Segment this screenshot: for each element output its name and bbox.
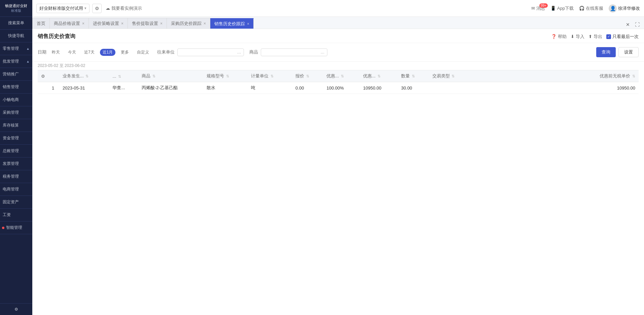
chevron-up-icon: ▲ — [26, 47, 30, 50]
th-discount1[interactable]: 优惠... ⇅ — [323, 70, 360, 82]
product-ellipsis[interactable]: … — [320, 50, 324, 55]
supplier-input[interactable] — [180, 50, 237, 55]
topbar-right: ✉ 消息 99+ 📱 App下载 🎧 在线客服 👤 徐泽华修改 — [531, 4, 640, 12]
row-discount1: 100.00% — [323, 82, 360, 94]
import-label: 导入 — [576, 34, 584, 40]
sort-icon: ⇅ — [226, 74, 229, 78]
chevron-down-icon: ▾ — [84, 6, 86, 10]
tab-label: 采购历史价跟踪 — [171, 21, 202, 27]
date-label: 日期 — [38, 49, 46, 55]
tab-expand-button[interactable]: ⛶ — [633, 21, 641, 29]
only-last-label: 只看最后一次 — [612, 34, 639, 40]
th-discount2[interactable]: 优惠... ⇅ — [360, 70, 398, 82]
th-pretax-price[interactable]: 优惠前无税单价 ⇅ — [574, 70, 639, 82]
sort-icon: ⇅ — [152, 74, 155, 78]
topbar: 好业财标准版交付试用 ▾ ⚙ ☁ 我要看实例演示 ✉ 消息 99+ 📱 App下… — [32, 0, 644, 17]
th-biz-date[interactable]: 业务发生... ⇅ — [59, 70, 109, 82]
th-price[interactable]: 报价 ⇅ — [292, 70, 323, 82]
tab-label: 商品价格设置 — [54, 21, 80, 27]
sidebar-search[interactable]: 搜索菜单 — [0, 17, 32, 30]
online-service-button[interactable]: 🎧 在线客服 — [579, 5, 603, 11]
sort-icon: ⇅ — [412, 74, 415, 78]
th-qty[interactable]: 数量 ⇅ — [398, 70, 429, 82]
tab-purchase-strategy[interactable]: 进价策略设置 × — [89, 18, 128, 29]
query-button[interactable]: 查询 — [596, 47, 616, 57]
product-input[interactable] — [264, 50, 320, 55]
close-icon[interactable]: × — [247, 22, 249, 26]
date-btn-1month[interactable]: 近1月 — [100, 49, 116, 56]
sidebar-logo: 畅捷通好业财 标准版 — [0, 0, 32, 17]
sidebar-item-tax[interactable]: 税务管理 — [0, 170, 32, 183]
tab-sale-history[interactable]: 销售历史价跟踪 × — [210, 18, 254, 29]
demo-button[interactable]: ☁ 我要看实例演示 — [106, 5, 142, 11]
page-header-actions: ❓ 帮助 ⬇ 导入 ⬆ 导出 ✓ 只看最后一次 — [551, 34, 639, 40]
row-price: 0.00 — [292, 82, 323, 94]
import-icon: ⬇ — [571, 34, 574, 39]
gear-icon: ⚙ — [95, 6, 99, 11]
date-btn-custom[interactable]: 自定义 — [134, 49, 152, 56]
th-trade-type[interactable]: 交易类型 ⇅ — [429, 70, 473, 82]
only-last-checkbox[interactable]: ✓ 只看最后一次 — [606, 34, 639, 40]
date-btn-today[interactable]: 今天 — [65, 49, 79, 56]
sidebar-item-purchase[interactable]: 采购管理 — [0, 106, 32, 119]
th-gear[interactable]: ⚙ — [38, 70, 48, 82]
row-spec: 散水 — [203, 82, 248, 94]
close-icon[interactable]: × — [204, 21, 206, 26]
supplier-ellipsis[interactable]: … — [237, 50, 241, 55]
close-icon[interactable]: × — [121, 21, 123, 26]
messages-button[interactable]: ✉ 消息 99+ — [531, 5, 545, 11]
page-content: 销售历史价查询 ❓ 帮助 ⬇ 导入 ⬆ 导出 ✓ 只看最后一次 — [32, 29, 644, 315]
sidebar-item-marketing[interactable]: 营销推广 — [0, 68, 32, 81]
sidebar-item-ledger[interactable]: 总账管理 — [0, 145, 32, 158]
th-unit[interactable]: 计量单位 ⇅ — [248, 70, 292, 82]
row-qty: 30.00 — [398, 82, 429, 94]
sidebar-item-ecommerce-small[interactable]: 小畅电商 — [0, 94, 32, 106]
product-selector[interactable]: 好业财标准版交付试用 ▾ — [36, 4, 90, 13]
date-btn-yesterday[interactable]: 昨天 — [49, 49, 63, 56]
app-download-button[interactable]: 📱 App下载 — [550, 5, 574, 11]
sidebar-item-retail[interactable]: 零售管理 ▲ — [0, 42, 32, 55]
tab-close-button[interactable]: ✕ — [624, 21, 632, 29]
sidebar-item-assets[interactable]: 固定资产 — [0, 196, 32, 209]
user-menu-button[interactable]: 👤 徐泽华修改 — [609, 4, 640, 12]
sidebar-item-ecommerce[interactable]: 电商管理 — [0, 183, 32, 196]
settings-button[interactable]: ⚙ — [92, 4, 102, 13]
tab-price[interactable]: 商品价格设置 × — [50, 18, 89, 29]
table-row: 1 2023-05-31 华查... 丙烯酸-2-乙基己酯 散水 吨 0.00 … — [38, 82, 639, 94]
th-more[interactable]: ... ⇅ — [109, 70, 138, 82]
sidebar-item-sales[interactable]: 销售管理 — [0, 81, 32, 94]
sidebar-item-inventory[interactable]: 库存核算 — [0, 119, 32, 132]
date-btn-more[interactable]: 更多 — [118, 49, 132, 56]
sidebar-item-invoice[interactable]: 发票管理 — [0, 158, 32, 170]
import-button[interactable]: ⬇ 导入 — [571, 34, 584, 40]
sidebar-quicknav[interactable]: 快捷导航 — [0, 30, 32, 42]
sidebar-item-intelligent[interactable]: 智能管理 — [0, 221, 32, 234]
message-icon: ✉ — [531, 6, 535, 11]
tab-sale-extract[interactable]: 售价提取设置 × — [128, 18, 167, 29]
date-btn-7days[interactable]: 近7天 — [81, 49, 97, 56]
sidebar-item-wholesale[interactable]: 批发管理 ▲ — [0, 55, 32, 68]
tab-purchase-history[interactable]: 采购历史价跟踪 × — [167, 18, 210, 29]
export-button[interactable]: ⬆ 导出 — [588, 34, 602, 40]
th-spec[interactable]: 规格型号 ⇅ — [203, 70, 248, 82]
selector-text: 好业财标准版交付试用 — [39, 5, 83, 11]
demo-text: 我要看实例演示 — [111, 5, 142, 11]
table-header-row: ⚙ 业务发生... ⇅ ... ⇅ 商品 ⇅ — [38, 70, 639, 82]
sidebar-settings-btn[interactable]: ⚙ — [0, 303, 32, 315]
tab-home[interactable]: 首页 — [32, 18, 50, 29]
sort-icon: ⇅ — [632, 74, 635, 78]
close-icon[interactable]: × — [82, 21, 84, 26]
date-range-display: 2023-05-02 至 2023-06-02 — [32, 62, 644, 70]
page-header: 销售历史价查询 ❓ 帮助 ⬇ 导入 ⬆ 导出 ✓ 只看最后一次 — [32, 29, 644, 43]
app-download-label: App下载 — [557, 5, 574, 11]
row-product: 丙烯酸-2-乙基己酯 — [138, 82, 203, 94]
sidebar-item-label: 资金管理 — [3, 135, 19, 141]
help-button[interactable]: ❓ 帮助 — [551, 34, 567, 40]
row-gear[interactable] — [38, 82, 48, 94]
sidebar-item-salary[interactable]: 工资 — [0, 209, 32, 221]
th-product[interactable]: 商品 ⇅ — [138, 70, 203, 82]
sidebar-item-finance[interactable]: 资金管理 — [0, 132, 32, 145]
filter-area: 日期 昨天 今天 近7天 近1月 更多 自定义 往来单位 … 商品 … — [32, 43, 644, 62]
close-icon[interactable]: × — [160, 21, 163, 26]
settings-button[interactable]: 设置 — [618, 47, 639, 57]
